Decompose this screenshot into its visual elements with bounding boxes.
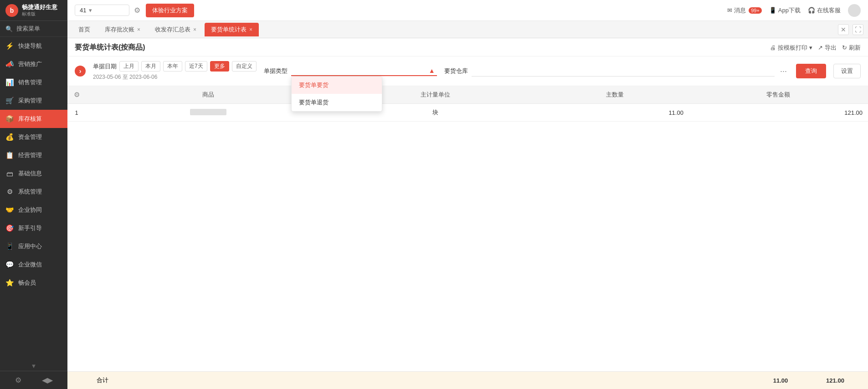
company-name: 41 [80,7,86,14]
settings-button[interactable]: 设置 [833,64,861,78]
trial-button[interactable]: 体验行业方案 [146,4,194,17]
sidebar-item-label: 系统管理 [18,188,42,196]
message-label: 消息 [734,6,746,15]
type-dropdown: 要货单要货 要货单退货 [291,76,382,112]
app-logo-text: 畅捷通好生意 标准版 [22,4,57,17]
finance-icon: 💰 [5,133,14,141]
topbar-right: ✉ 消息 99+ 📱 App下载 🎧 在线客服 [727,4,861,17]
date-btn-last-month[interactable]: 上月 [119,61,139,72]
export-label: 导出 [825,44,837,52]
sidebar-settings-btn[interactable]: ⚙ [15,376,21,384]
page-title: 要货单统计表(按商品) [75,43,145,52]
date-btn-this-year[interactable]: 本年 [163,61,182,72]
type-label: 单据类型 [264,67,288,75]
tab-receivable-summary-label: 收发存汇总表 [155,26,190,34]
user-avatar[interactable] [848,4,861,17]
wechat-icon: 💬 [5,261,14,269]
search-icon: 🔍 [5,26,13,32]
message-icon: ✉ [727,7,732,14]
tab-receivable-summary[interactable]: 收发存汇总表 × [149,23,203,36]
sidebar-item-basic-info[interactable]: 🗃 基础信息 [0,164,67,183]
topbar-gear-btn[interactable]: ⚙ [134,6,140,15]
sidebar-item-label: 新手引导 [18,224,42,232]
filter-select-wrapper[interactable]: ▲ [291,66,437,76]
column-settings-icon[interactable]: ⚙ [74,91,80,98]
filter-bar: › 单据日期 上月 本月 本年 近7天 更多 自定义 2023-05-06 至 … [67,56,868,86]
filter-expand-btn[interactable]: › [75,66,86,77]
print-btn[interactable]: 🖨 按模板打印 ▾ [770,44,812,52]
tab-close-all-btn[interactable]: ✕ [838,24,849,35]
sidebar-item-system[interactable]: ⚙ 系统管理 [0,183,67,201]
tab-receivable-summary-close[interactable]: × [193,26,196,33]
sidebar-item-quick-nav[interactable]: ⚡ 快捷导航 [0,37,67,55]
export-btn[interactable]: ↗ 导出 [818,44,837,52]
sidebar-item-marketing[interactable]: 📣 营销推广 [0,55,67,73]
page-header: 要货单统计表(按商品) 🖨 按模板打印 ▾ ↗ 导出 ↻ 刷新 [67,38,868,56]
sidebar-item-member[interactable]: ⭐ 畅会员 [0,274,67,292]
export-icon: ↗ [818,44,823,51]
tab-order-summary-close[interactable]: × [249,26,252,33]
data-table: ⚙ 商品 主计量单位 主数量 零售金额 1 块 [67,86,868,122]
online-service-btn[interactable]: 🎧 在线客服 [808,6,841,15]
date-btn-custom[interactable]: 自定义 [232,61,257,72]
sidebar: b 畅捷通好生意 标准版 🔍 搜索菜单 ⚡ 快捷导航 📣 营销推广 📊 销售管理… [0,0,67,389]
sidebar-item-inventory[interactable]: 📦 库存核算 [0,110,67,128]
product-name-placeholder [190,109,226,115]
filter-more-btn[interactable]: ··· [778,67,789,76]
sidebar-scroll-down[interactable]: ▼ [0,361,67,371]
date-btn-7days[interactable]: 近7天 [185,61,207,72]
col-amount: 零售金额 [689,86,868,104]
purchase-icon: 🛒 [5,97,14,105]
sidebar-item-business[interactable]: 📋 经营管理 [0,146,67,164]
dropdown-item-purchase-return[interactable]: 要货单退货 [292,94,382,111]
filter-warehouse-input[interactable] [472,66,775,77]
tab-home[interactable]: 首页 [72,23,97,36]
filter-date-group: 单据日期 上月 本月 本年 近7天 更多 自定义 2023-05-06 至 20… [93,61,257,81]
filter-select-arrow-up[interactable]: ▲ [429,67,435,74]
row-quantity: 11.00 [540,104,689,122]
sidebar-nav: ⚡ 快捷导航 📣 营销推广 📊 销售管理 🛒 采购管理 📦 库存核算 💰 资金管… [0,37,67,361]
sidebar-item-purchase[interactable]: 🛒 采购管理 [0,92,67,110]
filter-type-input[interactable] [293,67,429,74]
date-btn-this-month[interactable]: 本月 [141,61,160,72]
sidebar-item-enterprise[interactable]: 🤝 企业协同 [0,201,67,219]
message-btn[interactable]: ✉ 消息 99+ [727,6,762,15]
sidebar-item-label: 畅会员 [18,279,36,287]
sidebar-item-label: 基础信息 [18,169,42,178]
sidebar-item-label: 资金管理 [18,133,42,141]
sidebar-item-finance[interactable]: 💰 资金管理 [0,128,67,146]
sales-icon: 📊 [5,78,14,87]
dropdown-item-purchase-order[interactable]: 要货单要货 [292,77,382,94]
sidebar-item-label: 应用中心 [18,242,42,251]
table-row: 1 块 11.00 121.00 [67,104,868,122]
sidebar-item-label: 库存核算 [18,115,42,123]
headset-icon: 🎧 [808,7,815,14]
sidebar-search[interactable]: 🔍 搜索菜单 [0,21,67,37]
company-selector[interactable]: 41 ▾ [75,5,129,16]
refresh-icon: ↻ [842,44,847,51]
refresh-btn[interactable]: ↻ 刷新 [842,44,861,52]
filter-warehouse-group: 要货仓库 ··· [444,66,789,77]
tab-inventory-batch[interactable]: 库存批次账 × [98,23,147,36]
sidebar-item-wechat[interactable]: 💬 企业微信 [0,256,67,274]
sidebar-item-sales[interactable]: 📊 销售管理 [0,73,67,92]
footer-quantity: 11.00 [753,377,808,384]
filter-date-range: 2023-05-06 至 2023-06-06 [93,73,257,81]
page-actions: 🖨 按模板打印 ▾ ↗ 导出 ↻ 刷新 [770,44,861,52]
tab-order-summary[interactable]: 要货单统计表 × [205,23,259,36]
app-download-btn[interactable]: 📱 App下载 [769,6,801,15]
print-label: 按模板打印 [778,44,807,52]
sidebar-item-app-center[interactable]: 📱 应用中心 [0,237,67,256]
online-service-label: 在线客服 [817,6,841,15]
sidebar-item-label: 销售管理 [18,78,42,87]
date-btn-more[interactable]: 更多 [210,61,229,72]
topbar-left: 41 ▾ ⚙ 体验行业方案 [75,4,727,17]
sidebar-item-guide[interactable]: 🎯 新手引导 [0,219,67,237]
table-container: ⚙ 商品 主计量单位 主数量 零售金额 1 块 [67,86,868,122]
basic-info-icon: 🗃 [5,170,14,178]
sidebar-collapse-btn[interactable]: ◀▶ [42,376,53,384]
query-button[interactable]: 查询 [796,64,826,78]
tab-maximize-btn[interactable]: ⛶ [853,24,863,35]
tab-inventory-batch-close[interactable]: × [137,26,140,33]
quick-nav-icon: ⚡ [5,42,14,50]
